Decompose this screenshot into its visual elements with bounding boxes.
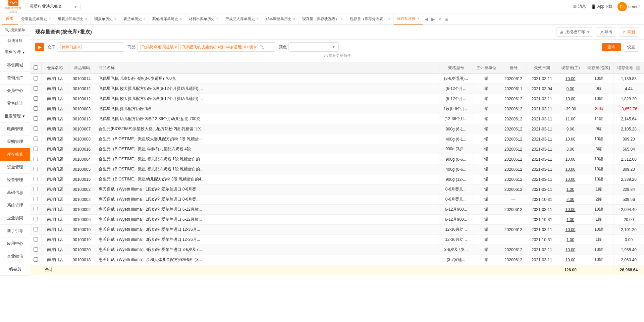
tab-11[interactable]: 库存批次账 × bbox=[394, 13, 423, 25]
filter-expand-btn[interactable]: ▶ bbox=[35, 43, 44, 51]
sidebar-item-finance[interactable]: 资金管理 bbox=[0, 161, 30, 174]
query-button[interactable]: 查询 bbox=[602, 43, 621, 51]
tab-2[interactable]: 组装拆卸单历史 × bbox=[54, 13, 91, 25]
row-qty-main[interactable]: 10.00 bbox=[557, 74, 584, 84]
sidebar-item-operation[interactable]: 经营管理 bbox=[0, 174, 30, 186]
sidebar-item-retail-shop[interactable]: 零售商城 bbox=[0, 59, 30, 72]
row-qty-main[interactable]: 10.00 bbox=[557, 94, 584, 104]
tab-6-close[interactable]: × bbox=[216, 17, 218, 21]
refresh-button[interactable]: ↺ 刷新 bbox=[619, 28, 639, 37]
sidebar-item-retail-stats[interactable]: 零售统计 bbox=[0, 97, 30, 110]
row-qty-main[interactable]: 10.00 bbox=[557, 245, 584, 255]
sidebar-quick-nav[interactable]: 快捷导航 bbox=[0, 36, 30, 46]
row-qty-main[interactable]: 10.00 bbox=[557, 154, 584, 164]
row-checkbox[interactable] bbox=[34, 257, 38, 262]
tab-10[interactable]: 现存量（库存分布表） × bbox=[346, 13, 394, 25]
sidebar-item-marketing[interactable]: 营销推广 bbox=[0, 72, 30, 85]
row-qty-main[interactable]: 2.00 bbox=[557, 195, 584, 205]
balance-info-icon[interactable]: i bbox=[636, 66, 640, 70]
row-qty-main[interactable]: 10.00 bbox=[557, 174, 584, 184]
row-checkbox[interactable] bbox=[34, 116, 38, 121]
row-qty-main[interactable]: 9.00 bbox=[557, 124, 584, 134]
row-checkbox-cell[interactable] bbox=[30, 84, 42, 94]
sidebar-item-collab[interactable]: 企业协同 bbox=[0, 212, 30, 225]
app-download-btn[interactable]: 📱 App下载 bbox=[591, 4, 612, 9]
select-all-checkbox[interactable] bbox=[34, 65, 38, 70]
row-checkbox-cell[interactable] bbox=[30, 205, 42, 215]
row-checkbox[interactable] bbox=[34, 76, 38, 80]
row-qty-main[interactable]: -39.00 bbox=[557, 104, 584, 114]
tab-1[interactable]: 分量盘点单历史 × bbox=[18, 13, 54, 25]
row-qty-main[interactable]: 10.00 bbox=[557, 255, 584, 265]
row-checkbox-cell[interactable] bbox=[30, 104, 42, 114]
sidebar-item-retail-mgmt[interactable]: 零售管理 ▼ bbox=[0, 46, 30, 59]
tab-1-close[interactable]: × bbox=[49, 17, 51, 21]
sidebar-item-guide[interactable]: 新手引导 bbox=[0, 225, 30, 237]
company-selector[interactable]: 母婴行业演示账套 ▼ bbox=[27, 3, 80, 10]
row-checkbox-cell[interactable] bbox=[30, 144, 42, 154]
sidebar-item-changhui[interactable]: 畅会员 bbox=[0, 263, 30, 276]
row-checkbox[interactable] bbox=[34, 167, 38, 171]
tab-8-close[interactable]: × bbox=[293, 17, 295, 21]
row-checkbox-cell[interactable] bbox=[30, 255, 42, 265]
expand-more-row[interactable]: ∨∨ 展开更多条件 bbox=[35, 52, 639, 59]
row-checkbox-cell[interactable] bbox=[30, 124, 42, 134]
row-checkbox[interactable] bbox=[34, 126, 38, 131]
row-qty-main[interactable]: 11.00 bbox=[557, 114, 584, 124]
row-checkbox[interactable] bbox=[34, 96, 38, 101]
row-checkbox[interactable] bbox=[34, 177, 38, 181]
tab-9[interactable]: 现存量（库存状况表） × bbox=[299, 13, 346, 25]
tab-7[interactable]: 产成品入库单历史 × bbox=[222, 13, 262, 25]
row-qty-main[interactable]: 10.00 bbox=[557, 205, 584, 215]
tab-5[interactable]: 其他出库单历史 × bbox=[149, 13, 185, 25]
warehouse-tag-area[interactable]: 南岸门店 × ... bbox=[57, 42, 124, 52]
row-checkbox[interactable] bbox=[34, 147, 38, 151]
row-checkbox-cell[interactable] bbox=[30, 225, 42, 235]
product-tag-area[interactable]: 飞鹤奶粉3段两提装 × 飞鹤星飞帆 儿童奶粉 4段(3-6岁适用) 700克 ×… bbox=[137, 42, 275, 52]
row-checkbox[interactable] bbox=[34, 217, 38, 221]
row-qty-main[interactable]: 10.00 bbox=[557, 134, 584, 144]
message-btn[interactable]: ✉ 消息 bbox=[573, 4, 586, 9]
row-qty-main[interactable]: 1.00 bbox=[557, 184, 584, 195]
sidebar-item-inventory[interactable]: 库存核算 bbox=[0, 148, 30, 161]
sidebar-item-basics[interactable]: 基础信息 bbox=[0, 186, 30, 199]
tab-9-close[interactable]: × bbox=[341, 17, 343, 21]
tab-next-btn[interactable]: ▶ bbox=[430, 13, 436, 25]
row-checkbox-cell[interactable] bbox=[30, 94, 42, 104]
sidebar-search[interactable]: 🔍 搜索菜单 bbox=[0, 25, 30, 36]
row-checkbox[interactable] bbox=[34, 86, 38, 91]
tab-7-close[interactable]: × bbox=[257, 17, 259, 21]
row-qty-main[interactable]: 10.00 bbox=[557, 225, 584, 235]
tab-3[interactable]: 调拨单历史 × bbox=[91, 13, 120, 25]
row-checkbox-cell[interactable] bbox=[30, 74, 42, 84]
row-checkbox-cell[interactable] bbox=[30, 174, 42, 184]
row-checkbox-cell[interactable] bbox=[30, 164, 42, 174]
sidebar-item-system[interactable]: 系统管理 bbox=[0, 199, 30, 212]
tab-8[interactable]: 成本调整单历史 × bbox=[262, 13, 299, 25]
tab-prev-btn[interactable]: ◀ bbox=[423, 13, 430, 25]
product-tag-0-close[interactable]: × bbox=[175, 45, 177, 49]
row-checkbox-cell[interactable] bbox=[30, 215, 42, 225]
row-checkbox[interactable] bbox=[34, 197, 38, 201]
row-checkbox[interactable] bbox=[34, 207, 38, 211]
tab-6[interactable]: 材料出库单历史 × bbox=[185, 13, 222, 25]
tab-4-close[interactable]: × bbox=[144, 17, 146, 21]
tab-5-close[interactable]: × bbox=[180, 17, 182, 21]
row-checkbox-cell[interactable] bbox=[30, 184, 42, 195]
row-checkbox[interactable] bbox=[34, 137, 38, 141]
row-checkbox-cell[interactable] bbox=[30, 195, 42, 205]
row-checkbox[interactable] bbox=[34, 227, 38, 231]
tab-11-close[interactable]: × bbox=[417, 17, 419, 20]
export-button[interactable]: ↗ 导出 bbox=[596, 28, 616, 37]
tab-home[interactable]: 首页 bbox=[2, 13, 18, 25]
row-checkbox[interactable] bbox=[34, 247, 38, 252]
row-qty-main[interactable]: 10.00 bbox=[557, 164, 584, 174]
row-qty-main[interactable]: 0.00 bbox=[557, 84, 584, 94]
row-qty-main[interactable]: 3.00 bbox=[557, 144, 584, 154]
row-checkbox-cell[interactable] bbox=[30, 114, 42, 124]
print-button[interactable]: 🖨 按模板打印 ▼ bbox=[556, 28, 593, 37]
sidebar-item-wholesale[interactable]: 批发管理 ▼ bbox=[0, 110, 30, 123]
row-checkbox[interactable] bbox=[34, 187, 38, 191]
warehouse-tag-close[interactable]: × bbox=[78, 45, 80, 49]
user-area[interactable]: Ea demo2 bbox=[618, 2, 641, 11]
